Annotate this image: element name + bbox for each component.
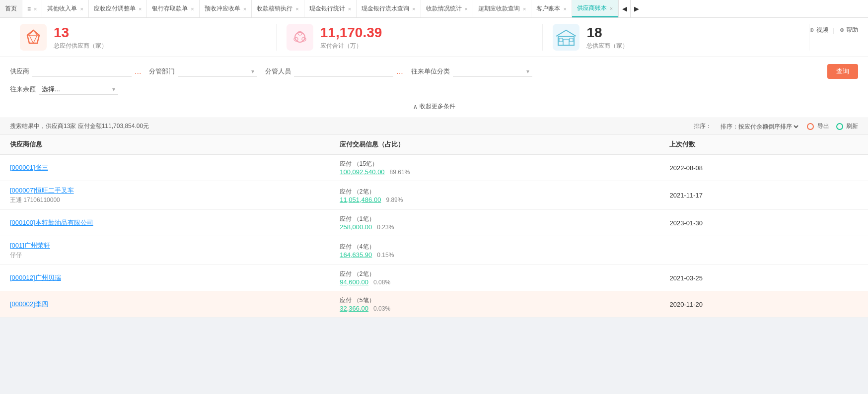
supplier-link[interactable]: [000007]恒旺二手叉车 [10,187,74,194]
supplier-link[interactable]: [000012]广州贝瑞 [10,274,61,281]
close-icon[interactable]: × [139,6,142,12]
nav-tab-label: 收款情况统计 [426,4,462,13]
supplier-table: 供应商信息 应付交易信息（占比） 上次付数 [000001]张三应付 （15笔）… [0,135,868,318]
nav-next-arrow[interactable]: ▶ [630,0,642,17]
refresh-button[interactable]: 刷新 [836,122,858,131]
nav-tab-cash-flow[interactable]: 现金银行流水查询 × [357,0,421,17]
query-button[interactable]: 查询 [827,64,858,79]
svg-rect-13 [570,38,573,42]
col-last-header: 上次付数 [659,135,868,154]
supplier-link[interactable]: [000100]本特勤油品有限公司 [10,219,93,226]
summary-total-suppliers: 18 总供应商（家） [543,24,809,51]
amount-link[interactable]: 94,600.00 [340,278,368,286]
nav-tab-label: 客户账本 [536,4,560,13]
svg-rect-12 [559,38,563,42]
supplier-link[interactable]: [000002]李四 [10,300,48,308]
nav-tab-label: 预收冲应收单 [205,4,240,13]
close-icon[interactable]: × [563,6,566,12]
nav-tab-collection-stat[interactable]: 收款情况统计 × [421,0,473,17]
nav-tab-verify[interactable]: 收款核销执行 × [252,0,304,17]
collapse-button[interactable]: ∧ 收起更多条件 [10,100,858,113]
amount-percent: 0.03% [373,305,390,312]
dept-select-wrap [178,66,257,77]
amount-percent: 89.61% [390,169,410,176]
close-icon[interactable]: × [465,6,468,12]
nav-tab-supplier-ledger[interactable]: 供应商账本 × [572,0,618,17]
filter-category: 往来单位分类 [411,66,532,77]
nav-tab-overdue[interactable]: 超期应收款查询 × [473,0,531,17]
balance-select-wrap: 选择... [39,84,118,95]
table-row: [000012]广州贝瑞应付 （2笔）94,600.000.08%2021-03… [0,265,868,291]
amount-link[interactable]: 11,051,486.00 [340,196,381,203]
close-icon[interactable]: × [191,6,194,12]
filter-balance: 往来余额 选择... [10,84,118,95]
sort-select[interactable]: 排序：按应付余额倒序排序 [719,123,800,131]
person-input[interactable] [294,66,393,77]
supplier-dots-icon[interactable]: ... [135,67,141,76]
video-link[interactable]: ⊙ 视频 [809,26,828,34]
svg-line-3 [33,35,37,43]
nav-tab-home[interactable]: 首页 [0,0,22,17]
amount-percent: 0.15% [377,252,394,259]
nav-prev-arrow[interactable]: ◀ [618,0,630,17]
amount-link[interactable]: 32,366.00 [340,305,368,312]
diamond-icon [20,24,47,51]
amount-link[interactable]: 164,635.90 [340,251,372,259]
nav-tab-prepay[interactable]: 预收冲应收单 × [200,0,252,17]
dept-label: 分管部门 [149,67,175,76]
supplier-link[interactable]: [000001]张三 [10,164,48,171]
close-icon[interactable]: × [295,6,298,12]
person-label: 分管人员 [265,67,291,76]
amount-percent: 0.08% [373,279,390,286]
close-icon[interactable]: × [348,6,351,12]
refresh-label: 刷新 [846,123,858,130]
nav-tab-adjust[interactable]: 应收应付调整单 × [89,0,147,17]
nav-tab-cash-stat[interactable]: 现金银行统计 × [304,0,357,17]
tx-label: 应付 （4笔） [340,243,650,251]
close-icon[interactable]: × [412,6,415,12]
supplier-link[interactable]: [001]广州荣轩 [10,242,50,249]
last-payment-date: 2020-11-20 [659,291,868,318]
nav-tab-label: 现金银行流水查询 [362,4,409,13]
balance-select[interactable]: 选择... [39,84,118,95]
close-icon[interactable]: × [523,6,526,12]
person-dots-icon[interactable]: ... [396,67,403,76]
nav-tab-menu[interactable]: ≡ × [22,0,42,17]
tx-amount-row: 32,366.000.03% [340,305,650,312]
amount-link[interactable]: 258,000.00 [340,223,372,231]
close-icon[interactable]: × [34,6,37,12]
tx-label: 应付 （5笔） [340,296,650,305]
supplier-label: 供应商 [10,67,29,76]
supplier-input[interactable] [32,66,132,77]
svg-line-2 [29,35,33,43]
export-icon [807,123,814,130]
sort-label: 排序： [694,122,712,131]
top-links: ⊙ 视频 | ⊙ 帮助 [809,24,858,34]
tx-amount-row: 258,000.000.23% [340,223,650,231]
tx-label: 应付 （1笔） [340,215,650,223]
dept-select[interactable] [178,66,257,77]
tx-amount-row: 100,092,540.0089.61% [340,168,650,176]
help-link[interactable]: ⊙ 帮助 [840,26,858,34]
close-icon[interactable]: × [243,6,246,12]
filter-supplier: 供应商 ... [10,66,141,77]
close-icon[interactable]: × [610,5,613,11]
nav-tab-label: 超期应收款查询 [478,4,520,13]
svg-rect-11 [563,39,569,45]
nav-tab-customer-ledger[interactable]: 客户账本 × [531,0,572,17]
filter-area: 供应商 ... 分管部门 分管人员 ... 往来单位分类 查询 [0,57,868,118]
category-select[interactable] [453,66,532,77]
export-button[interactable]: 导出 [807,122,829,131]
export-label: 导出 [817,123,829,130]
nav-tab-bank[interactable]: 银行存取款单 × [147,0,199,17]
top-navigation: 首页 ≡ × 其他收入单 × 应收应付调整单 × 银行存取款单 × 预收冲应收单… [0,0,868,18]
result-text: 搜索结果中，供应商13家 应付金额111,703,854.00元 [10,122,149,131]
filter-row-2: 往来余额 选择... [10,84,858,95]
table-row: [000002]李四应付 （5笔）32,366.000.03%2020-11-2… [0,291,868,318]
nav-tab-other-income[interactable]: 其他收入单 × [42,0,88,17]
nav-tab-label: ≡ [27,5,31,12]
table-row: [000001]张三应付 （15笔）100,092,540.0089.61%20… [0,154,868,181]
amount-link[interactable]: 100,092,540.00 [340,168,384,176]
close-icon[interactable]: × [80,6,83,12]
table-row: [001]广州荣轩仔仔应付 （4笔）164,635.900.15% [0,236,868,265]
